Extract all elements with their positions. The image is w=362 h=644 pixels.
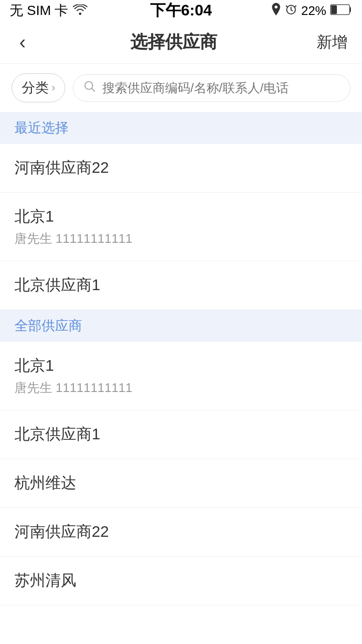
- list-item[interactable]: 北京1 唐先生 11111111111: [0, 193, 362, 261]
- list-item[interactable]: 北京供应商1: [0, 261, 362, 310]
- search-box: [73, 74, 350, 102]
- recent-header-text: 最近选择: [14, 120, 69, 135]
- item-name: 河南供应商22: [14, 157, 348, 179]
- list-item[interactable]: 河南供应商22: [0, 144, 362, 193]
- recent-list: 河南供应商22 北京1 唐先生 11111111111 北京供应商1: [0, 144, 362, 310]
- item-sub: 唐先生 11111111111: [14, 379, 348, 396]
- item-name: 北京1: [14, 206, 348, 227]
- item-name: 北京供应商1: [14, 424, 348, 445]
- alarm-icon: [285, 3, 297, 19]
- recent-section-header: 最近选择: [0, 112, 362, 144]
- item-name: 北京供应商1: [14, 275, 348, 296]
- status-bar: 无 SIM 卡 下午6:04 22%: [0, 0, 362, 21]
- filter-bar: 分类 ›: [0, 64, 362, 112]
- carrier-text: 无 SIM 卡: [10, 1, 68, 20]
- item-name: 杭州维达: [14, 473, 348, 494]
- item-name: 苏州清风: [14, 570, 348, 591]
- item-name: 河南供应商22: [14, 521, 348, 543]
- wifi-icon: [73, 3, 87, 18]
- list-item[interactable]: 苏州清风: [0, 557, 362, 605]
- back-button[interactable]: ‹: [14, 27, 30, 58]
- item-name: 北京1: [14, 355, 348, 377]
- page-title: 选择供应商: [130, 30, 217, 54]
- battery-icon: [330, 3, 352, 18]
- all-section-header: 全部供应商: [0, 310, 362, 342]
- category-button[interactable]: 分类 ›: [12, 73, 65, 102]
- location-icon: [271, 3, 281, 19]
- all-header-text: 全部供应商: [14, 318, 82, 333]
- svg-rect-2: [331, 5, 337, 14]
- category-label: 分类: [22, 79, 49, 97]
- all-list: 北京1 唐先生 11111111111 北京供应商1 杭州维达 河南供应商22 …: [0, 342, 362, 605]
- status-time: 下午6:04: [150, 0, 212, 21]
- list-item[interactable]: 河南供应商22: [0, 508, 362, 557]
- list-item[interactable]: 杭州维达: [0, 459, 362, 508]
- list-item[interactable]: 北京供应商1: [0, 410, 362, 459]
- nav-bar: ‹ 选择供应商 新增: [0, 21, 362, 64]
- search-input[interactable]: [102, 81, 340, 96]
- chevron-right-icon: ›: [52, 82, 55, 94]
- status-left: 无 SIM 卡: [10, 1, 87, 20]
- status-right: 22%: [271, 3, 352, 19]
- battery-text: 22%: [301, 3, 326, 18]
- add-button[interactable]: 新增: [317, 32, 348, 53]
- item-sub: 唐先生 11111111111: [14, 230, 348, 247]
- list-item[interactable]: 北京1 唐先生 11111111111: [0, 342, 362, 410]
- search-icon: [83, 80, 97, 97]
